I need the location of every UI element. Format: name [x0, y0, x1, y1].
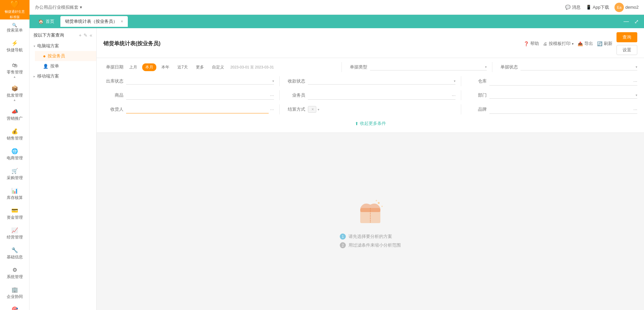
sidebar-item-wholesale[interactable]: 📦 批发管理 ▲ — [0, 82, 29, 105]
sidebar-item-inventory[interactable]: 📊 库存核算 — [0, 184, 29, 204]
tip-num-2: 2 — [340, 242, 346, 248]
refresh-btn[interactable]: 🔄 刷新 — [597, 41, 612, 47]
filter-warehouse: 仓库 ··· — [467, 77, 637, 86]
sub-item-label-salesperson: 按业务员 — [48, 53, 65, 59]
app-logo: 🧡 畅捷通好生意 标准版 — [0, 0, 30, 19]
salesperson-label: 业务员 — [285, 92, 305, 98]
sidebar-item-purchase[interactable]: 🛒 采购管理 — [0, 164, 29, 184]
sub-item-icon-order: 👤 — [43, 64, 48, 69]
svg-point-3 — [378, 202, 380, 204]
system-icon: ⚙ — [12, 267, 17, 273]
help-btn[interactable]: ❓ 帮助 — [524, 41, 539, 47]
filter-area: 单据日期 上月 本月 本年 近7天 更多 自定义 2023-03-01 至 20… — [97, 58, 644, 133]
tree-sub-item-salesperson[interactable]: ● 按业务员 — [35, 51, 96, 61]
warehouse-label: 仓库 — [467, 78, 487, 84]
empty-tip-1: 1 请先选择要分析的方案 — [340, 234, 401, 240]
date-btn-thisyear[interactable]: 本年 — [158, 63, 172, 71]
ecommerce-icon: 🌐 — [11, 148, 18, 154]
retail-icon: 🛍 — [12, 62, 17, 68]
tab-close-btn[interactable]: × — [121, 19, 123, 24]
query-btn-area: 查询 设置 — [616, 32, 637, 55]
filter-row-4: 收货人 ··· 结算方式 × ▾ — [103, 104, 637, 114]
sidebar-item-retail[interactable]: 🛍 零售管理 ▲ — [0, 59, 29, 82]
date-filter-group: 上月 本月 本年 近7天 更多 自定义 2023-03-01 至 2023-03… — [126, 63, 274, 71]
sidebar-search[interactable]: 🔍 搜索菜单 — [0, 19, 29, 37]
filter-dept: 部门 ▾ — [467, 92, 637, 99]
filter-row-3: 商品 ··· 业务员 ··· — [103, 90, 637, 100]
topbar-title: 办公用品行业模拟账套 — [35, 4, 78, 10]
outstock-label: 出库状态 — [103, 78, 123, 84]
left-panel: 按以下方案查询 + ✎ « ▾ 电脑端方案 ● 按业务员 👤 按 — [30, 28, 97, 310]
status-select[interactable]: ▾ — [521, 64, 637, 70]
receiver-label: 收货人 — [103, 106, 123, 112]
topbar-app-download[interactable]: 📱 App下载 — [586, 4, 609, 10]
topbar-title-dropdown[interactable]: 办公用品行业模拟账套 ▾ — [35, 4, 82, 10]
add-scheme-btn[interactable]: + — [79, 33, 82, 38]
quicknav-icon: ⚡ — [11, 40, 18, 46]
left-panel-header: 按以下方案查询 + ✎ « — [30, 32, 96, 41]
topbar-message[interactable]: 💬 消息 — [565, 4, 581, 10]
date-btn-thismonth[interactable]: 本月 — [142, 63, 156, 71]
date-btn-more[interactable]: 更多 — [193, 63, 207, 71]
sidebar-item-newuser[interactable]: 🎯 新手引导 — [0, 303, 29, 310]
sidebar-item-enterprise[interactable]: 🏢 企业协同 — [0, 283, 29, 303]
outstock-select[interactable]: ▾ — [126, 78, 274, 85]
tab-active-label: 销货单统计表（按业务员） — [65, 18, 117, 24]
finance-icon: 💳 — [11, 207, 18, 214]
filter-brand: 品牌 ··· — [467, 105, 637, 114]
sidebar-item-operation[interactable]: 📈 经营管理 — [0, 224, 29, 244]
topbar-user[interactable]: Ea demo2 — [614, 3, 639, 12]
tab-home[interactable]: 🏠 首页 — [34, 16, 59, 27]
tab-active[interactable]: 销货单统计表（按业务员） × — [60, 16, 128, 27]
filter-divider-5 — [279, 90, 280, 100]
export-btn[interactable]: 📤 导出 — [578, 41, 593, 47]
filter-salesperson: 业务员 ··· — [285, 91, 456, 100]
sidebar-item-sales[interactable]: 💰 销售管理 — [0, 125, 29, 145]
warehouse-select[interactable]: ··· — [489, 77, 637, 86]
tip-text-2: 用过滤条件来缩小分析范围 — [348, 242, 401, 248]
tabbar-actions: — ⤢ — [622, 17, 640, 26]
setting-btn[interactable]: 设置 — [616, 45, 637, 55]
enterprise-icon: 🏢 — [11, 287, 18, 293]
tabbar: 🏠 首页 销货单统计表（按业务员） × — ⤢ — [30, 15, 644, 28]
sidebar-item-marketing[interactable]: 📣 营销推广 — [0, 105, 29, 125]
receipt-label: 收款状态 — [285, 78, 305, 84]
tab-maximize-btn[interactable]: ⤢ — [633, 17, 640, 26]
collapse-panel-btn[interactable]: « — [90, 33, 92, 38]
date-btn-custom[interactable]: 自定义 — [209, 63, 227, 71]
goods-select[interactable]: ··· — [126, 91, 274, 100]
brand-dots: ··· — [633, 107, 637, 112]
date-range-text: 2023-03-01 至 2023-03-31 — [230, 65, 274, 70]
payment-tag-close[interactable]: × — [312, 107, 314, 112]
date-btn-7days[interactable]: 近7天 — [174, 63, 191, 71]
receiver-input[interactable] — [126, 105, 269, 113]
date-label: 单据日期 — [103, 64, 123, 70]
sales-icon: 💰 — [11, 128, 18, 135]
dept-select[interactable]: ▾ — [489, 92, 637, 99]
receipt-select[interactable]: ▾ — [308, 78, 456, 85]
tree-item-desktop[interactable]: ▾ 电脑端方案 — [30, 41, 96, 51]
sidebar-item-basic[interactable]: 🔧 基础信息 — [0, 244, 29, 263]
tree-item-mobile[interactable]: ▸ 移动端方案 — [30, 71, 96, 81]
warehouse-dots: ··· — [633, 79, 637, 84]
sidebar-item-system[interactable]: ⚙ 系统管理 — [0, 263, 29, 283]
date-btn-lastmonth[interactable]: 上月 — [126, 63, 140, 71]
svg-point-4 — [381, 206, 383, 207]
sidebar-item-quicknav[interactable]: ⚡ 快捷导航 — [0, 37, 29, 56]
tree-sub-item-order[interactable]: 👤 按单 — [35, 61, 96, 71]
print-btn[interactable]: 🖨 按模板打印 ▾ — [543, 41, 574, 47]
page-header: 销货单统计表(按业务员) ❓ 帮助 🖨 按模板打印 ▾ 📤 导出 — [97, 28, 644, 58]
type-select[interactable]: ▾ — [370, 64, 487, 70]
sidebar-item-finance[interactable]: 💳 资金管理 — [0, 204, 29, 224]
sub-item-icon-salesperson: ● — [43, 53, 46, 59]
marketing-icon: 📣 — [11, 108, 18, 115]
query-btn[interactable]: 查询 — [616, 32, 637, 42]
edit-scheme-btn[interactable]: ✎ — [84, 33, 88, 38]
empty-icon — [354, 195, 387, 228]
collapse-conditions-btn[interactable]: ⬆ 收起更多条件 — [103, 118, 637, 128]
salesperson-select[interactable]: ··· — [308, 91, 456, 100]
tab-minimize-btn[interactable]: — — [622, 17, 630, 26]
sidebar-item-ecommerce[interactable]: 🌐 电商管理 — [0, 145, 29, 164]
left-panel-title: 按以下方案查询 — [34, 32, 64, 38]
brand-select[interactable]: ··· — [489, 105, 637, 114]
